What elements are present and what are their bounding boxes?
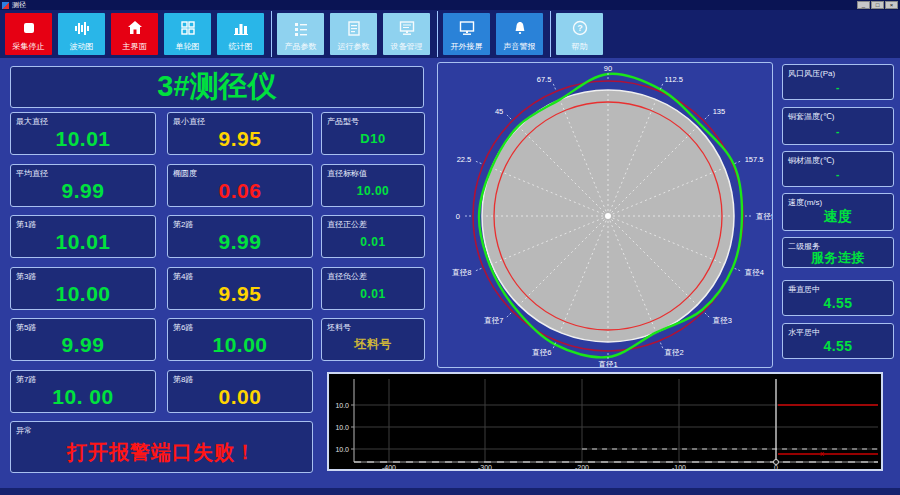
minimize-button[interactable]: _ (857, 1, 870, 9)
path-5-value: 9.99 (11, 331, 155, 358)
polar-chart-panel: 直径5157.5135112.59067.54522.50直径8直径7直径6直径… (437, 62, 773, 368)
polar-chart-svg: 直径5157.5135112.59067.54522.50直径8直径7直径6直径… (438, 63, 772, 367)
alarm-message: 打开报警端口失败！ (11, 432, 312, 472)
home-icon (126, 13, 144, 42)
horizontal-centering-value: 4.55 (783, 336, 893, 356)
run-params-button[interactable]: 运行参数 (330, 13, 377, 55)
window-title: 测径 (12, 1, 26, 9)
path-8-value: 0.00 (168, 383, 312, 410)
toolbar-button-label: 帮助 (572, 42, 588, 52)
svg-text:?: ? (577, 23, 583, 33)
wave-icon (73, 13, 91, 42)
polar-label-leader (735, 268, 742, 271)
product-model-value: D10 (322, 125, 424, 152)
external-screen-button[interactable]: 开外接屏 (443, 13, 490, 55)
polar-axis-label: 90 (604, 64, 612, 73)
current-position-marker (774, 460, 779, 465)
polar-axis-label: 直径4 (744, 268, 764, 277)
app-icon (2, 2, 9, 9)
help-icon: ? (571, 13, 589, 42)
path-1-field: 第1路10.01 (10, 215, 156, 258)
toolbar-button-label: 产品参数 (285, 42, 317, 52)
trend-chart-panel: 10.010.010.0-400-300-200-1000x (327, 372, 883, 471)
polar-axis-label: 直径6 (531, 348, 551, 357)
polar-axis-label: 直径8 (451, 268, 471, 277)
polar-axis-label: 直径7 (483, 316, 503, 325)
bars-icon (232, 13, 250, 42)
single-wheel-chart-button[interactable]: 单轮图 (164, 13, 211, 55)
polar-axis-label: 45 (495, 107, 503, 116)
level2-service-value: 服务连接 (783, 250, 893, 265)
path-2-value: 9.99 (168, 228, 312, 255)
toolbar: 采集停止波动图主界面单轮图统计图产品参数运行参数设备管理开外接屏声音警报?帮助 (0, 10, 900, 58)
polar-axis-label: 67.5 (537, 75, 552, 84)
toolbar-button-label: 统计图 (229, 42, 253, 52)
lower-limit-marker: x (820, 449, 824, 458)
path-3-field: 第3路10.00 (10, 267, 156, 310)
y-tick-label: 10.0 (335, 446, 349, 453)
maximize-button[interactable]: □ (871, 1, 884, 9)
product-model-field: 产品型号D10 (321, 112, 425, 155)
stop-collection-button[interactable]: 采集停止 (5, 13, 52, 55)
wave-chart-button[interactable]: 波动图 (58, 13, 105, 55)
path-2-field: 第2路9.99 (167, 215, 313, 258)
path-6-field: 第6路10.00 (167, 318, 313, 361)
avg-diameter-field: 平均直径9.99 (10, 164, 156, 207)
sound-alarm-button[interactable]: 声音警报 (496, 13, 543, 55)
sleeve-temperature-field: 铜套温度(℃)- (782, 107, 894, 145)
path-4-field: 第4路9.95 (167, 267, 313, 310)
plus-tolerance-field: 直径正公差0.01 (321, 215, 425, 258)
minus-tolerance-value: 0.01 (322, 280, 424, 307)
stop-icon (20, 13, 38, 42)
toolbar-button-label: 设备管理 (391, 42, 423, 52)
polar-axis-label: 直径5 (755, 212, 772, 221)
path-5-field: 第5路9.99 (10, 318, 156, 361)
x-tick-label: -300 (478, 464, 492, 469)
air-pressure-value: - (783, 77, 893, 97)
material-temperature-field: 铜材温度(℃)- (782, 151, 894, 187)
window-titlebar: 测径 _ □ × (0, 0, 900, 10)
device-icon (398, 13, 416, 42)
path-7-value: 10. 00 (11, 383, 155, 410)
billet-number-field: 坯料号坯料号 (321, 318, 425, 361)
x-tick-label: -100 (672, 464, 686, 469)
polar-axis-label: 22.5 (457, 155, 472, 164)
x-tick-label: -400 (382, 464, 396, 469)
path-4-value: 9.95 (168, 280, 312, 307)
horizontal-centering-field: 水平居中4.55 (782, 323, 894, 359)
toolbar-separator (550, 11, 551, 57)
min-diameter-value: 9.95 (168, 125, 312, 152)
device-manage-button[interactable]: 设备管理 (383, 13, 430, 55)
plus-tolerance-value: 0.01 (322, 228, 424, 255)
stats-chart-button[interactable]: 统计图 (217, 13, 264, 55)
help-button[interactable]: ?帮助 (556, 13, 603, 55)
polar-label-leader (474, 268, 481, 271)
polar-axis-label: 135 (713, 107, 726, 116)
y-tick-label: 10.0 (335, 424, 349, 431)
app-window: 测径 _ □ × 采集停止波动图主界面单轮图统计图产品参数运行参数设备管理开外接… (0, 0, 900, 495)
doc-icon (345, 13, 363, 42)
nominal-diameter-value: 10.00 (322, 177, 424, 204)
vertical-centering-field: 垂直居中4.55 (782, 280, 894, 316)
close-button[interactable]: × (885, 1, 898, 9)
toolbar-button-label: 单轮图 (176, 42, 200, 52)
polar-label-leader (553, 82, 556, 89)
path-7-field: 第7路10. 00 (10, 370, 156, 413)
toolbar-separator (437, 11, 438, 57)
product-params-button[interactable]: 产品参数 (277, 13, 324, 55)
toolbar-button-label: 声音警报 (504, 42, 536, 52)
ovality-field: 椭圆度0.06 (167, 164, 313, 207)
toolbar-button-label: 采集停止 (13, 42, 45, 52)
minus-tolerance-field: 直径负公差0.01 (321, 267, 425, 310)
polar-label-leader (474, 161, 481, 164)
polar-axis-label: 直径3 (712, 316, 732, 325)
billet-number-value: 坯料号 (322, 331, 424, 358)
polar-label-leader (506, 313, 512, 319)
y-tick-label: 10.0 (335, 402, 349, 409)
speed-value: 速度 (783, 206, 893, 228)
main-screen-button[interactable]: 主界面 (111, 13, 158, 55)
toolbar-separator (271, 11, 272, 57)
toolbar-button-label: 主界面 (123, 42, 147, 52)
gauge-title-box: 3#测径仪 (10, 66, 424, 108)
monitor-icon (458, 13, 476, 42)
